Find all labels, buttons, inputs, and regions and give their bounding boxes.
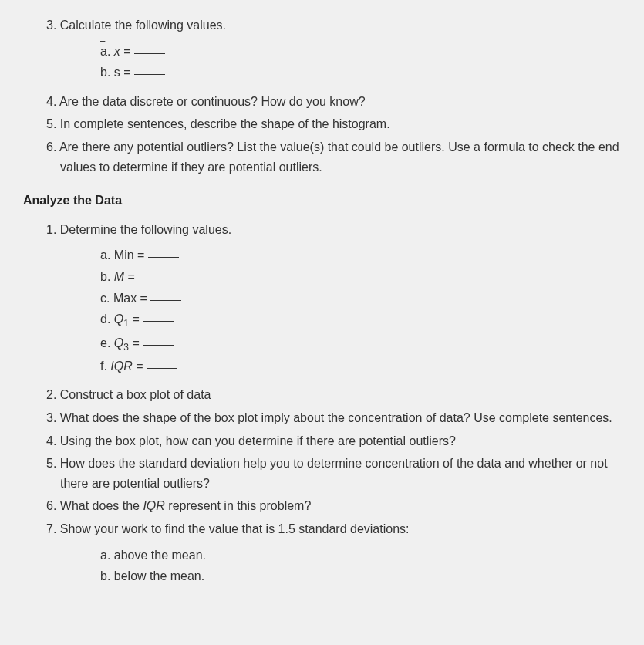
question-number: 2.: [46, 388, 56, 401]
s2-question-1: 1. Determine the following values.: [46, 220, 621, 240]
s2-q1-sub-f: f. IQR =: [100, 356, 621, 377]
variable-s: s: [114, 66, 120, 79]
section-2: 1. Determine the following values. a. Mi…: [46, 220, 621, 586]
s2-q1-sub-d: d. Q1 =: [100, 309, 621, 331]
sub-label: a.: [100, 248, 110, 262]
q3-sub-b: b. s =: [100, 62, 621, 83]
s2-q7-sub-a: a. above the mean.: [100, 545, 621, 566]
s2-question-5: 5. How does the standard deviation help …: [46, 454, 621, 493]
sub-text: above the mean.: [114, 549, 206, 562]
question-6: 6. Are there any potential outliers? Lis…: [46, 137, 621, 177]
question-text-pre: What does the: [60, 499, 143, 512]
s2-question-2: 2. Construct a box plot of data: [46, 385, 621, 405]
question-number: 5.: [46, 117, 56, 130]
question-text: Show your work to find the value that is…: [60, 522, 410, 535]
question-number: 1.: [46, 223, 56, 236]
s2-q7-sub-b: b. below the mean.: [100, 566, 621, 586]
blank-line: [147, 356, 177, 369]
sub-label: a.: [100, 549, 110, 562]
subscript-1: 1: [123, 318, 129, 329]
variable-m: M: [114, 270, 124, 283]
s2-q7-sublist: a. above the mean. b. below the mean.: [100, 545, 621, 586]
question-text: In complete sentences, describe the shap…: [60, 117, 390, 130]
question-number: 3.: [46, 411, 56, 424]
subscript-3: 3: [123, 342, 129, 353]
question-text: What does the shape of the box plot impl…: [60, 411, 612, 424]
sub-label: b.: [100, 66, 110, 79]
question-number: 4.: [46, 95, 56, 108]
question-number: 3.: [46, 19, 56, 32]
question-text: Using the box plot, how can you determin…: [60, 434, 456, 447]
sub-label: b.: [100, 270, 110, 283]
s2-q1-sub-e: e. Q3 =: [100, 333, 621, 355]
question-4: 4. Are the data discrete or continuous? …: [46, 92, 621, 112]
equals: =: [129, 312, 143, 326]
question-3: 3. Calculate the following values.: [46, 15, 621, 35]
blank-line: [134, 42, 165, 54]
s2-question-3: 3. What does the shape of the box plot i…: [46, 408, 621, 428]
question-number: 6.: [46, 140, 56, 154]
variable-min: Min: [114, 248, 134, 262]
variable-q3: Q: [114, 336, 123, 350]
blank-line: [134, 62, 165, 75]
variable-xbar: x: [114, 45, 120, 58]
question-number: 4.: [46, 434, 56, 447]
blank-line: [143, 309, 174, 322]
question-text: Are the data discrete or continuous? How…: [59, 95, 366, 108]
question-text: How does the standard deviation help you…: [60, 457, 608, 490]
equals: =: [120, 66, 134, 79]
blank-line: [138, 267, 169, 279]
sub-label: c.: [100, 292, 110, 305]
section-1: 3. Calculate the following values. a. x …: [46, 15, 621, 177]
s2-question-6: 6. What does the IQR represent in this p…: [46, 496, 621, 516]
sub-label: e.: [100, 336, 110, 350]
question-text: Determine the following values.: [60, 223, 231, 236]
equals: =: [124, 270, 138, 283]
s2-q1-sub-a: a. Min =: [100, 245, 621, 265]
question-3-sublist: a. x = b. s =: [100, 42, 621, 83]
variable-q1: Q: [114, 312, 123, 326]
sub-label: f.: [100, 360, 107, 373]
s2-question-4: 4. Using the box plot, how can you deter…: [46, 431, 621, 451]
variable-iqr: IQR: [143, 499, 164, 512]
sub-label: d.: [100, 312, 110, 326]
question-text-post: represent in this problem?: [165, 499, 311, 512]
s2-q1-sub-b: b. M =: [100, 267, 621, 287]
s2-question-7: 7. Show your work to find the value that…: [46, 519, 621, 539]
sub-label: b.: [100, 569, 110, 583]
question-text: Construct a box plot of data: [60, 388, 211, 401]
question-number: 7.: [46, 522, 56, 535]
question-text: Calculate the following values.: [60, 19, 226, 32]
question-number: 6.: [46, 499, 56, 512]
question-text: Are there any potential outliers? List t…: [59, 140, 619, 174]
section-header: Analyze the Data: [23, 191, 621, 211]
equals: =: [134, 248, 148, 262]
blank-line: [148, 245, 179, 258]
sub-text: below the mean.: [114, 569, 204, 583]
s2-q1-sub-c: c. Max =: [100, 289, 621, 309]
blank-line: [150, 289, 181, 301]
q3-sub-a: a. x =: [100, 42, 621, 62]
s2-q1-sublist: a. Min = b. M = c. Max = d. Q1 = e. Q3 =…: [100, 245, 621, 376]
equals: =: [137, 292, 150, 305]
variable-max: Max: [113, 292, 137, 305]
equals: =: [129, 336, 143, 350]
question-number: 5.: [46, 457, 56, 470]
equals: =: [120, 45, 134, 58]
variable-iqr: IQR: [110, 360, 132, 373]
blank-line: [143, 333, 174, 346]
question-5: 5. In complete sentences, describe the s…: [46, 114, 621, 134]
equals: =: [133, 360, 147, 373]
